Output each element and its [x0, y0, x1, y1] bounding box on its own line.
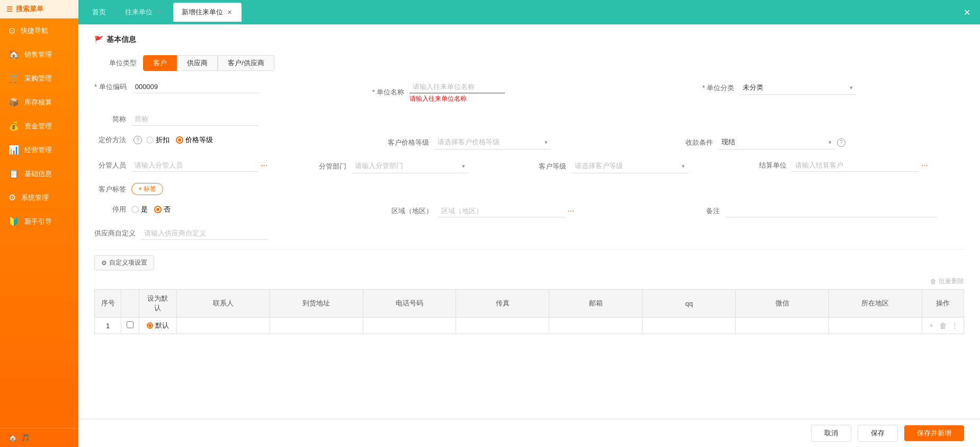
dept-select[interactable]: 请输入分管部门 ▾ [352, 159, 468, 173]
sidebar-item-label: 销售管理 [24, 50, 52, 59]
batch-delete-icon: 🗑 [930, 278, 937, 285]
unit-code-input[interactable] [132, 81, 259, 93]
save-button[interactable]: 保存 [858, 425, 898, 442]
tab-new-partner-label: 新增往来单位 [182, 7, 223, 17]
type-btn-both[interactable]: 客户/供应商 [218, 55, 274, 71]
custom-settings-label: 自定义项设置 [109, 258, 147, 267]
disabled-radio-group: 是 否 [131, 205, 171, 214]
sidebar-item-finance[interactable]: 💰 资金管理 [0, 114, 78, 138]
disabled-yes-option[interactable]: 是 [131, 205, 148, 214]
row-checkbox[interactable] [127, 321, 133, 328]
manager-ellipsis-btn[interactable]: ··· [259, 161, 270, 170]
unit-category-select[interactable]: 未分类 ▾ [740, 81, 856, 95]
cell-area[interactable] [829, 318, 922, 334]
disabled-no-option[interactable]: 否 [154, 205, 171, 214]
dept-label: 分管部门 [315, 162, 346, 171]
cell-index: 1 [95, 318, 121, 334]
window-close-btn[interactable]: ✕ [959, 5, 975, 20]
payment-terms-value: 现结 [721, 137, 826, 147]
add-row-btn[interactable]: ＋ [928, 321, 935, 330]
form-divider [94, 249, 964, 250]
cell-fax[interactable] [456, 318, 549, 334]
col-address: 到货地址 [270, 290, 363, 318]
col-area: 所在地区 [829, 290, 922, 318]
sales-icon: 🏠 [8, 49, 19, 59]
sidebar-item-guide[interactable]: 🔰 新手引导 [0, 209, 78, 233]
cell-phone[interactable] [363, 318, 456, 334]
tab-new-partner[interactable]: 新增往来单位 ✕ [173, 3, 242, 22]
col-email: 邮箱 [549, 290, 643, 318]
tab-new-partner-close[interactable]: ✕ [226, 9, 233, 16]
pricing-level-option[interactable]: 价格等级 [176, 135, 213, 145]
sidebar-item-label: 库存核算 [24, 98, 52, 107]
wechat-input[interactable] [741, 322, 823, 330]
cell-contact[interactable] [176, 318, 270, 334]
drag-handle[interactable]: ⋮ [951, 321, 958, 330]
sidebar-item-label: 资金管理 [24, 121, 52, 131]
area-input[interactable] [834, 322, 916, 330]
col-actions: 操作 [922, 290, 964, 318]
custom-settings-btn[interactable]: ⚙ 自定义项设置 [94, 255, 154, 270]
type-btn-supplier[interactable]: 供应商 [177, 55, 218, 71]
cell-checkbox[interactable] [121, 318, 139, 334]
contact-input[interactable] [182, 322, 264, 330]
tab-home[interactable]: 首页 [84, 3, 114, 22]
form-row-tags: 客户标签 + 标签 [94, 183, 964, 195]
tab-partner-close[interactable]: ✕ [156, 9, 163, 16]
supplier-custom-input[interactable] [141, 227, 268, 240]
pricing-help-icon[interactable]: ? [133, 136, 142, 144]
add-tag-btn[interactable]: + 标签 [131, 183, 163, 195]
note-input[interactable] [725, 205, 937, 217]
sidebar-item-base-info[interactable]: 📋 基础信息 [0, 162, 78, 186]
chevron-down-icon: ▾ [850, 84, 853, 91]
sidebar-item-inventory[interactable]: 📦 库存核算 [0, 90, 78, 114]
save-new-button[interactable]: 保存并新增 [904, 425, 964, 441]
customer-level-select[interactable]: 请选择客户等级 ▾ [572, 159, 688, 173]
sidebar-item-system[interactable]: ⚙ 系统管理 [0, 186, 78, 209]
cell-qq[interactable] [643, 318, 736, 334]
type-btn-customer[interactable]: 客户 [143, 55, 177, 71]
col-default: 设为默认 [139, 290, 177, 318]
tab-bar: 首页 往来单位 ✕ 新增往来单位 ✕ ✕ [78, 0, 980, 24]
payment-terms-help-icon[interactable]: ? [837, 138, 845, 147]
cancel-button[interactable]: 取消 [811, 425, 851, 442]
sidebar-item-sales[interactable]: 🏠 销售管理 [0, 42, 78, 66]
manager-input[interactable] [131, 159, 259, 172]
cell-wechat[interactable] [736, 318, 829, 334]
supplier-custom-field: 供应商自定义 [94, 227, 964, 240]
sidebar-item-label: 快捷导航 [21, 26, 48, 36]
region-input[interactable] [438, 205, 565, 217]
region-ellipsis-btn[interactable]: ··· [565, 206, 576, 216]
unit-name-input[interactable] [409, 81, 505, 93]
region-field: 区域（地区） ··· [391, 205, 667, 217]
sidebar-item-quick-nav[interactable]: ⊙ 快捷导航 [0, 19, 78, 42]
manager-label: 分管人员 [94, 161, 126, 170]
sidebar-item-purchase[interactable]: 🛒 采购管理 [0, 66, 78, 90]
phone-input[interactable] [369, 322, 451, 330]
cell-address[interactable] [270, 318, 363, 334]
sidebar-search[interactable]: ☰ 搜索菜单 [0, 0, 78, 19]
customer-level-field: 客户等级 请选择客户等级 ▾ [534, 159, 744, 173]
settlement-unit-input[interactable] [792, 159, 919, 172]
payment-terms-select[interactable]: 现结 ▾ [718, 135, 835, 150]
pricing-discount-option[interactable]: 折扣 [146, 135, 170, 145]
address-input[interactable] [275, 322, 358, 330]
sidebar-item-operations[interactable]: 📊 经营管理 [0, 138, 78, 162]
abbr-input[interactable] [131, 113, 259, 126]
tab-partner-label: 往来单位 [125, 7, 153, 17]
settlement-ellipsis-btn[interactable]: ··· [919, 161, 930, 170]
sidebar-item-label: 系统管理 [21, 193, 49, 203]
sidebar-music-icon[interactable]: 🎵 [21, 434, 30, 442]
customer-price-level-select[interactable]: 请选择客户价格等级 ▾ [434, 135, 551, 150]
tab-home-label: 首页 [92, 7, 106, 17]
email-input[interactable] [555, 322, 637, 330]
sidebar-home-icon[interactable]: 🏠 [8, 434, 17, 442]
default-radio[interactable] [147, 322, 153, 329]
tab-partner[interactable]: 往来单位 ✕ [117, 3, 171, 22]
cell-email[interactable] [549, 318, 643, 334]
fax-input[interactable] [461, 322, 544, 330]
qq-input[interactable] [648, 322, 730, 330]
batch-delete-label[interactable]: 批量删除 [939, 277, 964, 286]
abbr-label: 简称 [94, 115, 126, 124]
delete-row-btn[interactable]: 🗑 [939, 321, 947, 330]
